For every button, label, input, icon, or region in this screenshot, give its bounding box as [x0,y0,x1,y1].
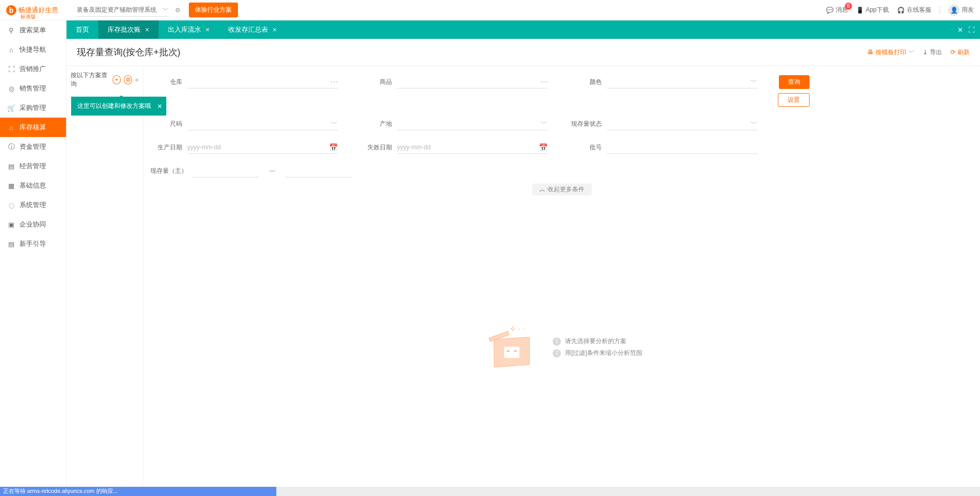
chevron-down-icon[interactable]: ﹀ [540,119,548,128]
chevron-down-icon[interactable]: ﹀ [331,119,338,128]
settings-button[interactable]: 设置 [778,93,810,107]
chevron-down-icon: ﹀ [163,6,169,14]
sidebar-item-label: 销售管理 [19,84,46,93]
sidebar-item-label: 搜索菜单 [19,26,46,35]
label-batch: 批号 [568,143,607,152]
sidebar-item[interactable]: ▤新手引导 [0,234,66,254]
page-title: 现存量查询(按仓库+批次) [77,46,181,58]
tab-label: 出入库流水 [168,25,201,34]
refresh-icon: ⟳ [950,49,955,56]
tab-item[interactable]: 出入库流水✕ [159,20,219,39]
scheme-sidebar-title: 按以下方案查询 [71,71,110,88]
label-expire-date: 失效日期 [358,143,397,152]
label-stock-status: 现存量状态 [568,120,607,128]
scheme-sidebar: 按以下方案查询 + ⚙ « ✓ 按仓库+批次 这里可以创建和修改方案哦 ✕ [67,66,143,496]
messages-link[interactable]: 💬 消息 6 [826,6,848,14]
fullscreen-icon[interactable]: ⛶ [968,26,975,34]
label-color: 颜色 [568,78,607,86]
system-selector[interactable]: 装备及固定资产辅助管理系统 ﹀ [77,4,169,17]
sidebar-item[interactable]: ⌂快捷导航 [0,40,66,59]
calendar-icon[interactable]: 📅 [329,143,338,151]
stock-status-input[interactable] [607,120,757,127]
sidebar-item[interactable]: ▤经营管理 [0,156,66,176]
close-tooltip-icon[interactable]: ✕ [157,103,162,110]
sidebar-item-icon: ▦ [7,182,15,190]
close-tab-icon[interactable]: ✕ [272,27,277,33]
collapse-scheme-icon[interactable]: « [135,76,139,83]
expire-date-input[interactable] [397,144,548,151]
sidebar-item[interactable]: 🛒采购管理 [0,98,66,118]
label-product: 商品 [358,78,397,86]
sidebar-item-icon: ◌ [7,201,15,209]
step-badge-2: 2 [553,349,561,357]
scheme-tooltip-text: 这里可以创建和修改方案哦 [77,102,151,109]
sidebar-item[interactable]: ⚲搜索菜单 [0,20,66,40]
sidebar-item-label: 基础信息 [19,181,46,190]
origin-input[interactable] [397,120,548,127]
tab-label: 收发存汇总表 [228,25,268,34]
size-input[interactable] [187,120,338,127]
batch-input[interactable] [607,144,757,151]
sidebar-item-icon: 🛒 [7,104,15,112]
sidebar-item[interactable]: ◎销售管理 [0,79,66,98]
print-icon: 🖶 [867,49,874,56]
sidebar-item-label: 营销推广 [19,64,46,74]
page-actions: 🖶 按模板打印 ﹀ ⤓ 导出 ⟳ 刷新 [867,48,970,57]
sidebar-item[interactable]: ▣企业协同 [0,215,66,234]
app-download-link[interactable]: 📱 App下载 [856,6,889,14]
tab-bar-actions: ✕ ⛶ [957,20,980,39]
tab-item[interactable]: 收发存汇总表✕ [219,20,286,39]
empty-state: ✧ · · 1请先选择要分析的方案 2用[过滤]条件来缩小分析范围 [143,198,980,496]
label-size: 尺码 [148,120,187,128]
produce-date-input[interactable] [187,144,338,151]
sidebar-item-label: 采购管理 [19,103,46,112]
lookup-icon[interactable]: ⋯ [540,78,548,86]
tab-home[interactable]: 首页 [67,20,98,39]
chevron-down-icon[interactable]: ﹀ [750,77,757,86]
stock-max-input[interactable] [286,167,352,174]
chevron-down-icon: ﹀ [908,48,914,57]
scheme-settings-icon[interactable]: ⚙ [124,75,132,84]
browser-status-bar: 正在等待 arms-retcode.aliyuncs.com 的响应... [0,487,980,496]
label-warehouse: 仓库 [148,78,187,86]
lookup-icon[interactable]: ⋯ [331,78,338,86]
main-area: 首页 库存批次账✕出入库流水✕收发存汇总表✕ ✕ ⛶ 现存量查询(按仓库+批次)… [67,20,980,496]
color-input[interactable] [607,78,757,85]
collapse-filters-label: 收起更多条件 [548,185,584,194]
add-scheme-icon[interactable]: + [113,75,121,84]
filter-form-area: 仓库⋯ 商品⋯ 颜色﹀ 查询 设置 尺码﹀ 产地﹀ 现存量状态﹀ [143,66,980,496]
label-origin: 产地 [358,120,397,128]
empty-illustration: ✧ · · [481,324,537,370]
calendar-icon[interactable]: 📅 [539,143,548,151]
export-label: 导出 [930,48,942,57]
sidebar-item[interactable]: ⌂库存核算 [0,118,66,137]
product-input[interactable] [397,78,548,85]
gear-icon[interactable]: ⚙ [175,7,181,14]
user-menu[interactable]: 👤 用友 [948,5,974,16]
export-link[interactable]: ⤓ 导出 [923,48,942,57]
chevron-down-icon[interactable]: ﹀ [750,119,757,128]
close-tab-icon[interactable]: ✕ [205,27,210,33]
range-separator: — [259,167,286,174]
sidebar-item-label: 系统管理 [19,200,46,210]
sidebar-item[interactable]: ⓘ资金管理 [0,137,66,156]
query-button[interactable]: 查询 [779,75,810,89]
close-all-tabs-icon[interactable]: ✕ [957,26,963,34]
sidebar-item[interactable]: ◌系统管理 [0,195,66,215]
print-label: 按模板打印 [876,48,906,57]
sidebar: ⚲搜索菜单⌂快捷导航⛶营销推广◎销售管理🛒采购管理⌂库存核算ⓘ资金管理▤经营管理… [0,20,67,496]
sidebar-item[interactable]: ⛶营销推广 [0,59,66,79]
try-industry-button[interactable]: 体验行业方案 [189,3,238,17]
chat-icon: 💬 [826,7,834,14]
collapse-filters-button[interactable]: ︽ 收起更多条件 [532,184,592,195]
scheme-tooltip: 这里可以创建和修改方案哦 ✕ [70,97,166,116]
print-template-link[interactable]: 🖶 按模板打印 ﹀ [867,48,914,57]
sidebar-item[interactable]: ▦基础信息 [0,176,66,195]
close-tab-icon[interactable]: ✕ [145,27,149,33]
stock-min-input[interactable] [192,167,259,174]
tab-item[interactable]: 库存批次账✕ [98,20,159,39]
warehouse-input[interactable] [187,78,338,85]
customer-service-link[interactable]: 🎧 在线客服 [897,6,931,14]
sidebar-item-label: 新手引导 [19,239,46,249]
refresh-link[interactable]: ⟳ 刷新 [950,48,970,57]
